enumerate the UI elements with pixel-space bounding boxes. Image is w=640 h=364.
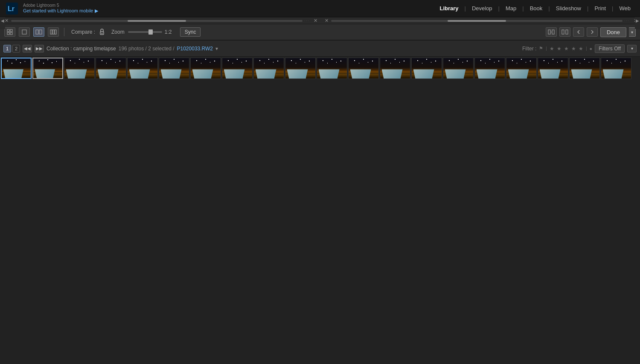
survey-view-btn[interactable] (48, 27, 59, 37)
right-scrollbar-row: ✕ · · · ✕ (320, 17, 640, 24)
thumb-7[interactable] (190, 58, 221, 79)
sync-button[interactable]: Sync (180, 27, 201, 37)
nav-library[interactable]: Library (435, 3, 463, 13)
filter-sep2: | (586, 46, 587, 51)
thumb-12[interactable] (348, 58, 379, 79)
thumb-19[interactable] (569, 58, 600, 79)
page-2-btn[interactable]: 2 (12, 45, 20, 52)
filters-off-btn[interactable]: Filters Off (595, 44, 625, 53)
thumb-9[interactable] (253, 58, 284, 79)
photo-count: 196 photos / 2 selected / (119, 46, 175, 52)
filter-sep1: | (546, 46, 547, 51)
filters-dropdown[interactable]: ▾ (627, 45, 637, 52)
compare-right: Done ▾ (546, 27, 636, 37)
svg-rect-17 (566, 30, 568, 34)
left-photo-panel: Select (0, 17, 320, 24)
svg-rect-9 (50, 30, 52, 34)
main-panel: ◀ Select (0, 17, 640, 80)
right-scrollbar-thumb (448, 20, 506, 22)
svg-point-13 (102, 33, 103, 34)
left-close-x[interactable]: ✕ (312, 18, 318, 24)
thumb-14[interactable] (411, 58, 442, 79)
thumb-17[interactable] (506, 58, 537, 79)
zoom-slider-container: 1:2 (128, 29, 175, 35)
zoom-value: 1:2 (165, 29, 175, 35)
nav-map[interactable]: Map (501, 3, 521, 13)
file-dropdown-arrow[interactable]: ▾ (215, 46, 218, 52)
right-close-btn[interactable]: ✕ (323, 18, 329, 24)
zoom-label: Zoom (111, 29, 125, 35)
svg-rect-11 (55, 30, 56, 34)
compare-toolbar: Compare : Zoom 1:2 Sync (0, 24, 640, 40)
star-4[interactable]: ★ (571, 46, 576, 52)
topbar-left: Lr Adobe Lightroom 5 Get started with Li… (5, 2, 98, 15)
thumb-tent-2 (35, 69, 55, 78)
left-scrollbar-row: ✕ · · · ✕ (0, 17, 320, 24)
selected-file[interactable]: P1020033.RW2 (177, 46, 213, 52)
topbar-nav: Library | Develop | Map | Book | Slidesh… (435, 3, 635, 13)
thumb-15[interactable] (443, 58, 474, 79)
svg-rect-14 (548, 30, 550, 34)
thumb-2[interactable] (32, 58, 63, 79)
thumb-11[interactable] (317, 58, 347, 79)
svg-rect-3 (10, 29, 12, 32)
zoom-slider-thumb (148, 29, 153, 35)
page-1-btn[interactable]: 1 (3, 45, 11, 52)
thumb-8[interactable] (222, 58, 253, 79)
right-scroll-dots: · · · (624, 19, 629, 23)
loupe-view-btn[interactable] (19, 27, 30, 37)
compare-view-btn[interactable] (33, 27, 44, 37)
nav-slideshow[interactable]: Slideshow (552, 3, 585, 13)
nav-develop[interactable]: Develop (468, 3, 497, 13)
left-scrollbar-thumb (128, 20, 186, 22)
zoom-slider[interactable] (128, 31, 162, 33)
done-button[interactable]: Done (600, 27, 626, 37)
right-scrollbar-track[interactable] (331, 20, 623, 22)
page-indicator: 1 2 (3, 45, 20, 52)
nav-print[interactable]: Print (590, 3, 610, 13)
topbar-titles: Adobe Lightroom 5 Get started with Light… (23, 3, 98, 14)
right-panel-toggle[interactable]: ▶ (635, 17, 640, 29)
thumb-4[interactable] (96, 58, 126, 79)
collection-label: Collection : camping timelapse (47, 46, 116, 52)
filmstrip (0, 56, 640, 80)
star-2[interactable]: ★ (557, 46, 561, 52)
star-5[interactable]: ★ (579, 46, 583, 52)
filmstrip-right: Filter : ⚑ | ★ ★ ★ ★ ★ | ● Filters Off ▾ (522, 44, 637, 53)
left-scrollbar-track[interactable] (11, 20, 303, 22)
thumb-16[interactable] (474, 58, 505, 79)
nav-web[interactable]: Web (615, 3, 635, 13)
thumb-13[interactable] (380, 58, 410, 79)
prev-photo-btn[interactable] (573, 27, 584, 37)
left-scroll-dots: · · · (304, 19, 309, 23)
nav-book[interactable]: Book (526, 3, 547, 13)
flag-icon[interactable]: ⚑ (539, 46, 543, 51)
lock-icon[interactable] (99, 29, 105, 35)
svg-rect-8 (39, 30, 42, 34)
compare-label: Compare : (71, 29, 95, 35)
thumb-20[interactable] (601, 58, 631, 79)
grid-view-btn[interactable] (4, 27, 15, 37)
next-photo-btn[interactable] (587, 27, 598, 37)
thumb-18[interactable] (538, 58, 568, 79)
star-1[interactable]: ★ (550, 46, 554, 52)
swap-select-btn[interactable] (546, 27, 557, 37)
thumb-5[interactable] (127, 58, 158, 79)
filmstrip-next-btn[interactable]: ▶▶ (35, 45, 44, 52)
color-filter[interactable]: ● (590, 46, 593, 51)
filmstrip-bar: 1 2 ◀◀ ▶▶ Collection : camping timelapse… (0, 40, 640, 56)
thumb-1[interactable] (1, 58, 32, 79)
svg-rect-10 (52, 30, 54, 34)
svg-rect-7 (36, 30, 38, 34)
left-panel-toggle[interactable]: ◀ (0, 17, 5, 29)
thumb-6[interactable] (159, 58, 189, 79)
star-3[interactable]: ★ (564, 46, 569, 52)
swap-candidate-btn[interactable] (559, 27, 570, 37)
svg-rect-15 (552, 30, 554, 34)
photos-container: ◀ Select (0, 17, 640, 24)
thumb-3[interactable] (64, 58, 95, 79)
mobile-promo[interactable]: Get started with Lightroom mobile ▶ (23, 8, 98, 14)
thumb-10[interactable] (285, 58, 316, 79)
lr-logo: Lr (5, 2, 19, 15)
filmstrip-prev-btn[interactable]: ◀◀ (23, 45, 32, 52)
